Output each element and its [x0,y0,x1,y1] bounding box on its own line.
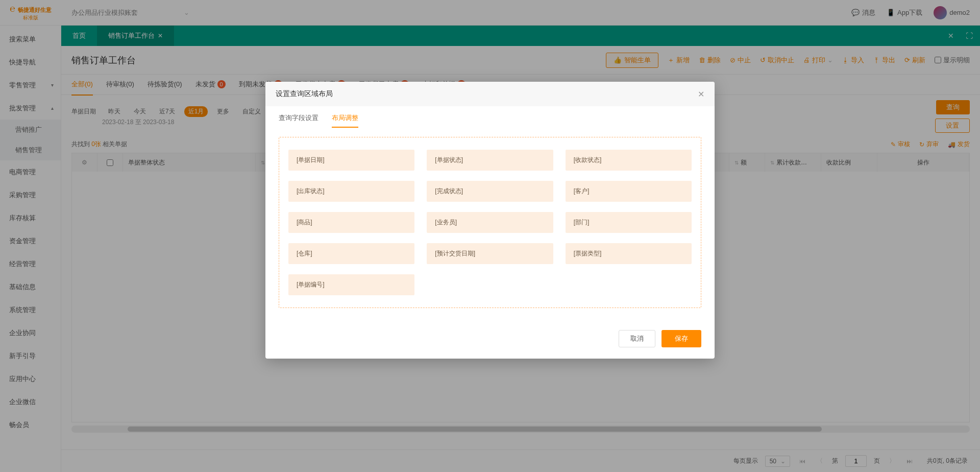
field-delivery-date[interactable]: [预计交货日期] [427,243,553,264]
modal-tab-fields[interactable]: 查询字段设置 [279,113,318,128]
modal-overlay[interactable]: 设置查询区域布局 ✕ 查询字段设置 布局调整 [单据日期] [单据状态] [收款… [0,0,980,472]
field-payment-status[interactable]: [收款状态] [566,150,692,171]
modal-body: [单据日期] [单据状态] [收款状态] [出库状态] [完成状态] [客户] … [265,128,715,322]
modal-tab-layout[interactable]: 布局调整 [332,113,358,128]
field-department[interactable]: [部门] [566,212,692,233]
modal-header: 设置查询区域布局 ✕ [265,82,715,106]
field-customer[interactable]: [客户] [566,181,692,202]
modal-title: 设置查询区域布局 [276,89,333,99]
field-salesperson[interactable]: [业务员] [427,212,553,233]
field-bill-status[interactable]: [单据状态] [427,150,553,171]
layout-drop-area[interactable]: [单据日期] [单据状态] [收款状态] [出库状态] [完成状态] [客户] … [279,137,701,308]
field-outbound-status[interactable]: [出库状态] [288,181,414,202]
modal-close-button[interactable]: ✕ [698,89,704,99]
field-warehouse[interactable]: [仓库] [288,243,414,264]
field-product[interactable]: [商品] [288,212,414,233]
field-invoice-type[interactable]: [票据类型] [566,243,692,264]
modal-footer: 取消 保存 [265,322,715,359]
cancel-button[interactable]: 取消 [619,330,655,347]
field-complete-status[interactable]: [完成状态] [427,181,553,202]
save-button[interactable]: 保存 [662,330,701,347]
field-bill-no[interactable]: [单据编号] [288,274,414,295]
layout-settings-modal: 设置查询区域布局 ✕ 查询字段设置 布局调整 [单据日期] [单据状态] [收款… [265,82,715,359]
field-bill-date[interactable]: [单据日期] [288,150,414,171]
modal-tabs: 查询字段设置 布局调整 [265,106,715,128]
